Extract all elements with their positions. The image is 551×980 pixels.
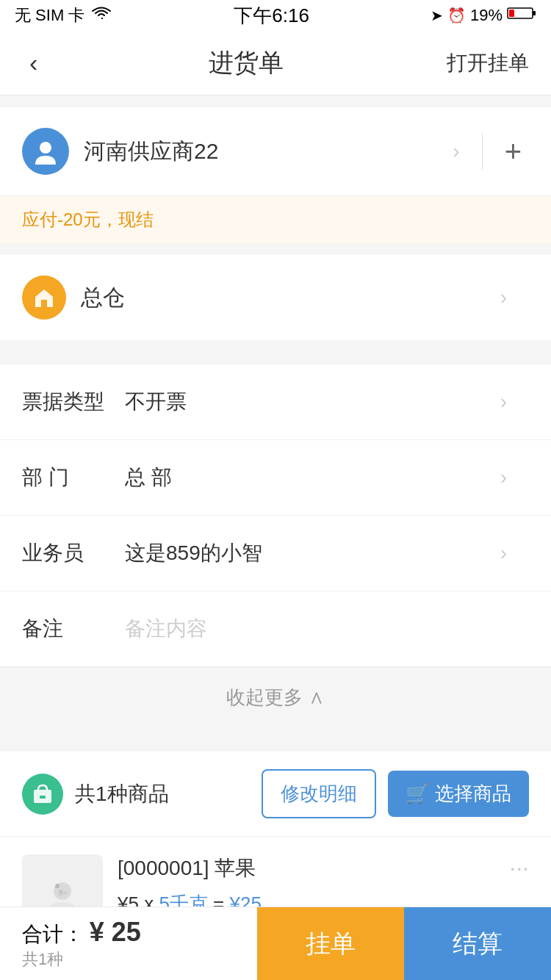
product-count-label: 共1种商品 [75,780,250,808]
more-options-button[interactable]: ··· [509,854,529,882]
department-label: 部 门 [22,464,125,491]
remark-label: 备注 [22,615,125,643]
add-supplier-button[interactable]: + [497,135,529,168]
supplier-row[interactable]: 河南供应商22 › + [0,107,551,196]
department-row[interactable]: 部 门 总 部 › [0,439,551,515]
cart-icon: 🛒 [406,782,429,805]
open-hang-button[interactable]: 打开挂单 [447,49,529,77]
invoice-type-value: 不开票 [125,388,500,416]
invoice-type-label: 票据类型 [22,388,125,416]
warehouse-chevron-icon: › [500,286,507,309]
svg-text:齐+: 齐+ [58,890,68,896]
svg-rect-6 [40,796,46,799]
form-section: 票据类型 不开票 › 部 门 总 部 › 业务员 这是859的小智 › 备注 备… [0,364,551,728]
supplier-section: 河南供应商22 › + 应付-20元，现结 [0,107,551,243]
warehouse-row[interactable]: 总仓 › [0,255,551,340]
warehouse-icon [22,275,66,320]
svg-rect-2 [509,10,514,17]
salesperson-label: 业务员 [22,539,125,567]
nav-bar: ‹ 进货单 打开挂单 [0,31,551,96]
select-product-label: 选择商品 [435,781,511,807]
hang-button[interactable]: 挂单 [257,907,404,980]
product-header: 共1种商品 修改明细 🛒 选择商品 [0,752,551,836]
supplier-notice: 应付-20元，现结 [0,196,551,243]
battery-icon [507,6,536,25]
edit-detail-button[interactable]: 修改明细 [262,769,376,818]
svg-point-3 [40,142,51,154]
total-sub: 共1种 [22,948,235,970]
status-bar: 无 SIM 卡 下午6:16 ➤ ⏰ 19% [0,0,551,31]
salesperson-row[interactable]: 业务员 这是859的小智 › [0,515,551,591]
department-value: 总 部 [125,464,500,491]
status-time: 下午6:16 [234,3,309,29]
wifi-icon [90,6,112,25]
salesperson-value: 这是859的小智 [125,539,500,567]
product-icon [22,774,63,815]
bottom-bar: 合计： ¥ 25 共1种 挂单 结算 [0,907,551,980]
product-code: [0000001] [118,857,209,879]
salesperson-chevron-icon: › [500,541,507,565]
invoice-type-row[interactable]: 票据类型 不开票 › [0,364,551,439]
svg-rect-4 [41,300,47,307]
page-title: 进货单 [209,46,284,80]
svg-rect-1 [533,11,536,15]
remark-row[interactable]: 备注 备注内容 [0,591,551,666]
location-icon: ➤ [431,7,443,24]
select-product-button[interactable]: 🛒 选择商品 [388,771,529,817]
total-row: 合计： ¥ 25 [22,917,235,948]
alarm-icon: ⏰ [447,7,466,24]
invoice-chevron-icon: › [500,390,507,414]
section-gap-3 [0,740,551,752]
status-left: 无 SIM 卡 [15,4,112,26]
total-area: 合计： ¥ 25 共1种 [0,907,257,980]
back-button[interactable]: ‹ [22,41,45,84]
supplier-avatar [22,128,69,175]
collapse-button[interactable]: 收起更多 ∧ [0,666,551,728]
department-chevron-icon: › [500,466,507,489]
sim-label: 无 SIM 卡 [15,4,84,26]
total-label: 合计： [22,923,84,945]
supplier-name: 河南供应商22 [84,137,453,167]
divider [482,133,483,170]
warehouse-section: 总仓 › [0,255,551,340]
status-right: ➤ ⏰ 19% [431,6,536,25]
product-name: [0000001] 苹果 [118,854,494,882]
supplier-chevron-icon: › [453,140,459,163]
total-amount: ¥ 25 [90,917,141,947]
svg-point-8 [55,884,60,888]
remark-placeholder[interactable]: 备注内容 [125,615,529,643]
section-gap-1 [0,96,551,107]
battery-label: 19% [470,6,503,25]
section-gap-2 [0,352,551,364]
checkout-button[interactable]: 结算 [404,907,551,980]
product-title: 苹果 [215,857,256,879]
warehouse-name: 总仓 [81,283,500,313]
